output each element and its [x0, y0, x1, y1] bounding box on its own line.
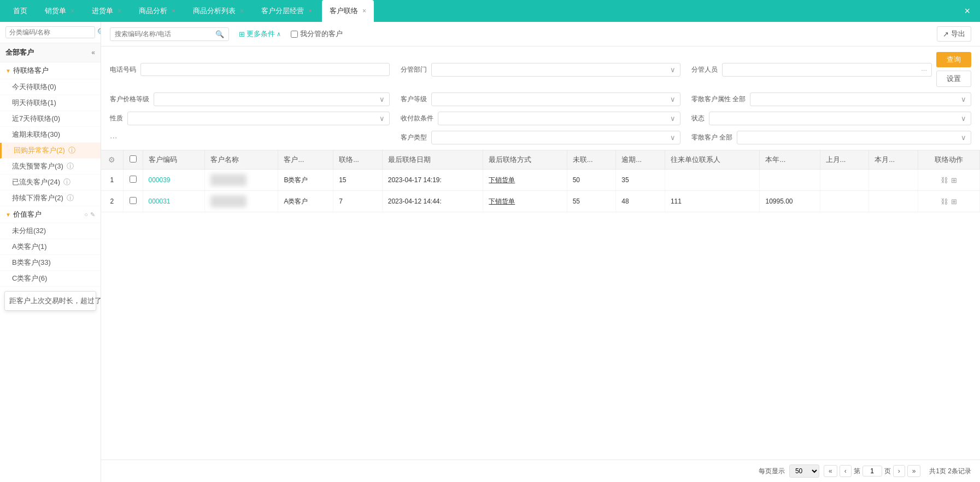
row1-grid-icon[interactable]: ⊞ [951, 176, 957, 184]
export-btn[interactable]: ↗ 导出 [937, 26, 971, 42]
value-customer-group[interactable]: ▼ 价值客户 ○ ✎ [0, 206, 101, 223]
main-layout: 🔍 全部客户 « ▼ 待联络客户 今天待联络(0) 明天待联络(1) 近7天待联… [0, 22, 980, 482]
row1-link-icon[interactable]: ⛓ [941, 176, 948, 184]
edit-value-group-icon[interactable]: ○ [84, 211, 88, 218]
col-code-header: 客户编码 [143, 150, 204, 170]
nav-tab-home[interactable]: 首页 [5, 0, 35, 22]
payment-dropdown[interactable]: ∨ [438, 112, 680, 125]
more-conditions-btn[interactable]: ⊞ 更多条件 ∧ [234, 27, 285, 41]
row2-contact-count: 7 [333, 191, 383, 212]
export-icon: ↗ [943, 30, 949, 38]
customer-table: ⚙ 客户编码 客户名称 客户... [101, 150, 980, 212]
sidebar-item-declining[interactable]: 持续下滑客户(2) ⓘ [0, 190, 101, 206]
table-settings-icon[interactable]: ⚙ [108, 155, 115, 164]
more-filter-dots[interactable]: ··· [110, 133, 117, 143]
left-sidebar: 🔍 全部客户 « ▼ 待联络客户 今天待联络(0) 明天待联络(1) 近7天待联… [0, 22, 101, 482]
settings-button[interactable]: 设置 [936, 71, 971, 87]
my-customers-check[interactable] [291, 31, 298, 38]
row1-last-method[interactable]: 下销货单 [483, 170, 567, 191]
nav-tab-customer-contact[interactable]: 客户联络 × [322, 0, 374, 22]
pending-contact-arrow: ▼ [5, 68, 11, 74]
row1-this-year [760, 170, 820, 191]
sidebar-search-input[interactable] [5, 26, 95, 38]
row2-checkbox[interactable] [123, 191, 143, 212]
page-input[interactable] [862, 466, 882, 477]
sidebar-item-churn-warning[interactable]: 流失预警客户(3) ⓘ [0, 159, 101, 175]
row1-code[interactable]: 000039 [143, 170, 204, 191]
sidebar-item-churned[interactable]: 已流失客户(24) ⓘ [0, 175, 101, 190]
main-search-input[interactable] [115, 30, 213, 38]
page-navigation: « ‹ 第 页 › » [824, 465, 920, 477]
last-page-btn[interactable]: » [907, 465, 921, 477]
collapse-sidebar-icon[interactable]: « [91, 49, 95, 56]
next-page-btn[interactable]: › [893, 465, 905, 477]
status-label: 状态 [691, 114, 705, 123]
close-customer-contact-tab[interactable]: × [362, 7, 366, 15]
retail-attr-dropdown[interactable]: ∨ [750, 92, 971, 106]
sidebar-item-ungrouped[interactable]: 未分组(32) [0, 223, 101, 239]
dept-chevron: ∨ [670, 66, 676, 74]
nature-label: 性质 [110, 114, 123, 123]
customer-level-dropdown[interactable]: ∨ [431, 92, 680, 106]
sidebar-item-a-class[interactable]: A类客户(1) [0, 239, 101, 255]
row1-name: 名称 [204, 170, 278, 191]
nav-tab-product-list[interactable]: 商品分析列表 × [185, 0, 251, 22]
manager-input[interactable]: ··· [722, 63, 932, 77]
col-settings-header[interactable]: ⚙ [101, 150, 123, 170]
info-icon-churn-warning: ⓘ [67, 162, 74, 170]
col-last-contact-method-header: 最后联络方式 [483, 150, 567, 170]
sidebar-item-c-class[interactable]: C类客户(6) [0, 271, 101, 287]
close-product-list-tab[interactable]: × [240, 7, 244, 15]
query-button[interactable]: 查询 [936, 52, 971, 67]
row2-check[interactable] [130, 197, 137, 204]
nav-tab-sales[interactable]: 销货单 × [37, 0, 82, 22]
table-area: ⚙ 客户编码 客户名称 客户... [101, 150, 980, 460]
close-sales-tab[interactable]: × [71, 7, 74, 15]
row2-grid-icon[interactable]: ⊞ [951, 198, 957, 206]
close-product-analysis-tab[interactable]: × [172, 7, 175, 15]
row2-last-method[interactable]: 下销货单 [483, 191, 567, 212]
status-dropdown[interactable]: ∨ [709, 112, 971, 125]
customer-type-dropdown[interactable]: ∨ [431, 131, 680, 144]
dept-dropdown[interactable]: ∨ [431, 63, 680, 77]
phone-label: 电话号码 [110, 65, 136, 74]
sidebar-item-abnormal-repurchase[interactable]: 回购异常客户(2) ⓘ [0, 143, 101, 159]
sidebar-item-7days[interactable]: 近7天待联络(0) [0, 111, 101, 127]
close-customer-tier-tab[interactable]: × [308, 7, 312, 15]
col-checkbox-header[interactable] [123, 150, 143, 170]
all-customers-header[interactable]: 全部客户 « [0, 43, 101, 62]
first-page-btn[interactable]: « [824, 465, 837, 477]
sidebar-item-today[interactable]: 今天待联络(0) [0, 79, 101, 95]
row1-contacts [665, 170, 760, 191]
main-search-icon[interactable]: 🔍 [215, 30, 224, 38]
nav-tab-customer-tier[interactable]: 客户分层经营 × [254, 0, 320, 22]
select-all-checkbox[interactable] [130, 155, 137, 162]
row2-code[interactable]: 000031 [143, 191, 204, 212]
my-customers-checkbox[interactable]: 我分管的客户 [291, 29, 343, 39]
retail-customer-dropdown[interactable]: ∨ [737, 131, 971, 144]
sidebar-item-tomorrow[interactable]: 明天待联络(1) [0, 95, 101, 111]
nav-tab-purchase[interactable]: 进货单 × [84, 0, 129, 22]
adv-filter-panel: 电话号码 分管部门 ∨ 分管人员 ··· 查询 设置 [101, 47, 980, 150]
close-purchase-tab[interactable]: × [118, 7, 121, 15]
sidebar-item-b-class[interactable]: B类客户(33) [0, 255, 101, 271]
row2-this-month [869, 191, 918, 212]
phone-input[interactable] [140, 63, 390, 76]
close-all-tabs[interactable]: × [960, 5, 975, 17]
sidebar-search-icon[interactable]: 🔍 [97, 28, 101, 37]
nav-tab-product-analysis[interactable]: 商品分析 × [131, 0, 183, 22]
nature-dropdown[interactable]: ∨ [127, 112, 390, 125]
col-last-contact-date-header: 最后联络日期 [382, 150, 483, 170]
row1-check[interactable] [130, 176, 137, 183]
sidebar-item-overdue[interactable]: 逾期未联络(30) [0, 127, 101, 143]
retail-customer-label: 零散客户 全部 [691, 133, 732, 142]
per-page-select[interactable]: 50 100 200 [789, 464, 819, 478]
settings-value-group-icon[interactable]: ✎ [90, 211, 95, 218]
row1-checkbox[interactable] [123, 170, 143, 191]
prev-page-btn[interactable]: ‹ [840, 465, 852, 477]
pending-contact-group[interactable]: ▼ 待联络客户 [0, 62, 101, 79]
manager-label: 分管人员 [691, 65, 718, 74]
price-level-dropdown[interactable]: ∨ [154, 92, 390, 106]
row2-link-icon[interactable]: ⛓ [941, 198, 948, 206]
manager-dots: ··· [921, 66, 927, 74]
